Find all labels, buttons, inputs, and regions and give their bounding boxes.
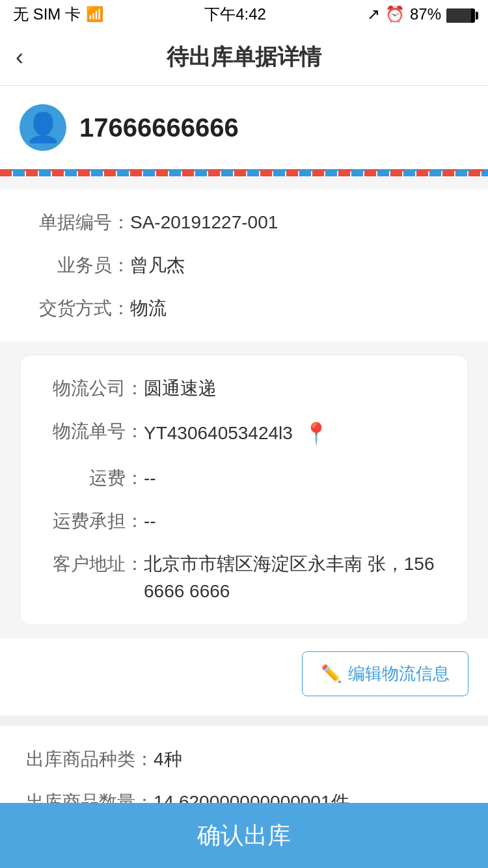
alarm-icon: ⏰	[385, 5, 405, 23]
logistics-company-value: 圆通速递	[144, 375, 448, 402]
logistics-freight-row: 运费： --	[40, 465, 448, 492]
page-title: 待出库单据详情	[167, 42, 321, 72]
salesperson-value: 曾凡杰	[130, 252, 462, 279]
logistics-address-label: 客户地址：	[40, 550, 144, 578]
status-left: 无 SIM 卡 📶	[13, 4, 103, 25]
carrier-text: 无 SIM 卡	[13, 4, 81, 25]
avatar-icon: 👤	[25, 111, 61, 144]
salesperson-label: 业务员：	[26, 252, 130, 279]
logistics-address-row: 客户地址： 北京市市辖区海淀区永丰南 张，156 6666 6666	[40, 550, 448, 605]
edit-logistics-button[interactable]: ✏️ 编辑物流信息	[302, 651, 468, 696]
logistics-company-label: 物流公司：	[40, 375, 144, 402]
battery-text: 87%	[410, 5, 441, 23]
logistics-address-value: 北京市市辖区海淀区永丰南 张，156 6666 6666	[144, 550, 448, 605]
salesperson-row: 业务员： 曾凡杰	[26, 252, 462, 279]
logistics-tracking-label: 物流单号：	[40, 418, 144, 445]
doc-number-row: 单据编号： SA-20191227-001	[26, 209, 462, 236]
content-area: 👤 17666666666 单据编号： SA-20191227-001 业务员：…	[0, 86, 488, 868]
back-button[interactable]: ‹	[16, 44, 23, 71]
stock-category-row: 出库商品种类： 4种	[26, 746, 462, 773]
confirm-btn-label: 确认出库	[197, 820, 291, 852]
logistics-freight-label: 运费：	[40, 465, 144, 492]
section-separator	[0, 716, 488, 726]
logistics-freight-bearer-value: --	[144, 508, 448, 535]
avatar: 👤	[20, 104, 66, 151]
logistics-card: 物流公司： 圆通速递 物流单号： YT43064053424l3 📍 运费： -…	[20, 355, 468, 625]
doc-number-value: SA-20191227-001	[130, 209, 462, 236]
logistics-freight-value: --	[144, 465, 448, 492]
status-right: ↗ ⏰ 87%	[367, 5, 475, 23]
logistics-tracking-row: 物流单号： YT43064053424l3 📍	[40, 418, 448, 449]
document-info-section: 单据编号： SA-20191227-001 业务员： 曾凡杰 交货方式： 物流	[0, 189, 488, 342]
edit-icon: ✏️	[321, 664, 342, 684]
edit-btn-row: ✏️ 编辑物流信息	[0, 638, 488, 716]
edit-btn-label: 编辑物流信息	[348, 662, 450, 685]
stock-category-label: 出库商品种类：	[26, 746, 154, 773]
doc-number-label: 单据编号：	[26, 209, 130, 236]
nav-bar: ‹ 待出库单据详情	[0, 29, 488, 86]
location-pin-icon[interactable]: 📍	[303, 418, 329, 449]
delivery-label: 交货方式：	[26, 295, 130, 322]
battery-icon	[446, 5, 475, 23]
status-time: 下午4:42	[204, 4, 266, 25]
confirm-btn-bar[interactable]: 确认出库	[0, 803, 488, 868]
location-icon: ↗	[367, 5, 380, 23]
status-bar: 无 SIM 卡 📶 下午4:42 ↗ ⏰ 87%	[0, 0, 488, 29]
customer-header: 👤 17666666666	[0, 86, 488, 171]
stock-category-value: 4种	[154, 746, 462, 773]
logistics-freight-bearer-label: 运费承担：	[40, 508, 144, 535]
delivery-row: 交货方式： 物流	[26, 295, 462, 322]
delivery-value: 物流	[130, 295, 462, 322]
wifi-icon: 📶	[86, 6, 103, 23]
logistics-freight-bearer-row: 运费承担： --	[40, 508, 448, 535]
customer-phone: 17666666666	[79, 113, 239, 142]
logistics-tracking-value: YT43064053424l3 📍	[144, 418, 448, 449]
logistics-company-row: 物流公司： 圆通速递	[40, 375, 448, 402]
dashed-separator	[0, 171, 488, 176]
